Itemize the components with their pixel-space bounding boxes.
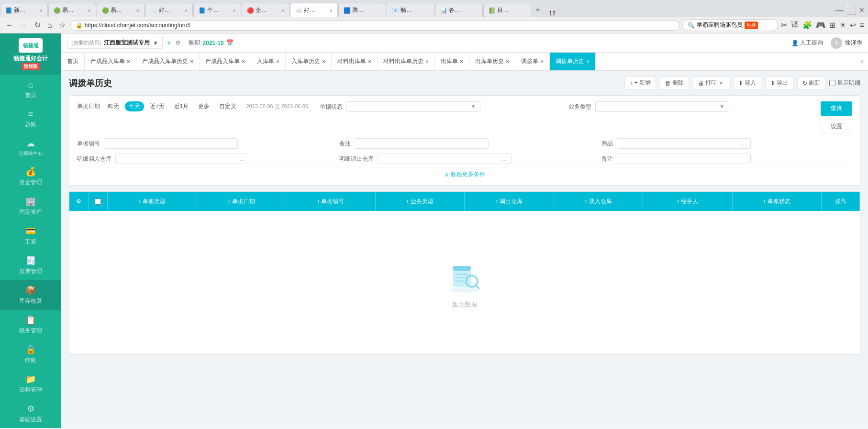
print-btn[interactable]: 🖨 打印 ▼ — [693, 77, 729, 89]
new-btn[interactable]: + + 新增 — [624, 77, 656, 89]
browser-tab-2[interactable]: 🟢 易… × — [48, 3, 96, 17]
page-tab-out-hist[interactable]: 出库单历史 × — [469, 53, 515, 71]
col-in-warehouse[interactable]: ↕ 调入仓库 — [554, 192, 644, 211]
collapse-more-btn[interactable]: ∧ 收起更多条件 — [77, 167, 852, 179]
tab-close-icon[interactable]: × — [276, 58, 279, 65]
query-button[interactable]: 查询 — [821, 101, 852, 116]
refresh-btn[interactable]: ↻ 刷新 — [797, 77, 825, 89]
tab-close-icon[interactable]: × — [242, 58, 245, 65]
forward-button[interactable]: → — [18, 20, 30, 31]
browser-tab-4[interactable]: ☁️ 好… × — [145, 3, 193, 17]
new-tab-button[interactable]: + — [532, 5, 545, 15]
date-opt-1month[interactable]: 近1月 — [170, 101, 193, 111]
status-select[interactable]: ▼ — [346, 101, 480, 112]
grid-icon[interactable]: ⊞ — [829, 21, 835, 30]
sidebar-item-archive[interactable]: 📁 归档管理 — [0, 369, 61, 399]
tab-close-icon[interactable]: × — [127, 58, 130, 65]
col-doc-date[interactable]: ↕ 单据日期 — [197, 192, 287, 211]
company-settings-icon[interactable]: ⚙ — [175, 39, 181, 46]
tab-close-btn[interactable]: × — [40, 8, 43, 13]
date-opt-yesterday[interactable]: 昨天 — [104, 101, 123, 111]
page-tab-product-in2[interactable]: 产成品入库单 × — [200, 53, 251, 71]
date-opt-custom[interactable]: 自定义 — [215, 101, 240, 111]
extension-icon[interactable]: 🧩 — [802, 21, 812, 30]
import-btn[interactable]: ⬆ 导入 — [733, 77, 761, 89]
sidebar-item-assets[interactable]: 🏢 固定资产 — [0, 191, 61, 221]
page-tab-material-out-hist[interactable]: 材料出库单历史 × — [378, 53, 435, 71]
doc-number-input[interactable] — [104, 138, 238, 149]
undo-icon[interactable]: ↩ — [850, 21, 856, 30]
display-toggle-checkbox[interactable] — [829, 80, 835, 86]
page-tab-transfer[interactable]: 调拨单 × — [515, 53, 550, 71]
sidebar-item-ledger[interactable]: ≡ 总账 — [0, 104, 61, 133]
browser-tab-1[interactable]: 📘 新… × — [0, 3, 48, 17]
date-opt-today[interactable]: 今天 — [125, 101, 144, 111]
tab-close-btn[interactable]: × — [233, 8, 236, 13]
tab-close-icon[interactable]: × — [368, 58, 371, 65]
page-tab-in-hist[interactable]: 入库单历史 × — [286, 53, 332, 71]
browser-tab-3[interactable]: 🟢 易… × — [97, 3, 145, 17]
sidebar-item-inventory[interactable]: 📦 库存核算 — [0, 280, 61, 310]
page-tab-in[interactable]: 入库单 × — [251, 53, 286, 71]
brightness-icon[interactable]: ☀ — [839, 21, 846, 30]
tab-close-icon[interactable]: × — [425, 58, 429, 65]
browser-tab-11[interactable]: 📗 目… — [483, 3, 531, 17]
col-doc-type[interactable]: ↕ 单账类型 — [108, 192, 197, 211]
tab-close-btn[interactable]: × — [330, 8, 333, 13]
browser-search-box[interactable]: 🔍 学霸应聘场驱鸟员 热搜 — [682, 19, 778, 31]
translate-icon[interactable]: 译 — [791, 20, 799, 30]
col-doc-number[interactable]: ↕ 单据编号 — [286, 192, 376, 211]
tab-close-icon[interactable]: × — [540, 58, 544, 65]
menu-icon[interactable]: ≡ — [860, 21, 864, 30]
export-btn[interactable]: ⬇ 导出 — [765, 77, 793, 89]
add-company-btn[interactable]: + — [167, 39, 171, 47]
biz-type-select[interactable]: ▼ — [595, 101, 729, 112]
refresh-button[interactable]: ↻ — [33, 20, 43, 31]
company-selector[interactable]: (勿删勿禁用) 江西服宝测试专用 ▼ — [67, 37, 163, 49]
window-controls[interactable]: — ⬜ × — [831, 5, 868, 15]
goods-select[interactable]: … — [617, 138, 751, 149]
col-handler[interactable]: ↕ 经手人 — [643, 192, 733, 211]
tab-close-icon[interactable]: × — [506, 58, 509, 65]
sidebar-item-finance[interactable]: 💰 资金管理 — [0, 162, 61, 191]
customer-service-btn[interactable]: 👤 人工咨询 — [791, 39, 823, 47]
tab-close-btn[interactable]: × — [281, 8, 284, 13]
page-tab-product-in[interactable]: 产成品入库单 × — [85, 53, 136, 71]
date-opt-more[interactable]: 更多 — [194, 101, 213, 111]
note-input[interactable] — [355, 138, 489, 149]
page-tab-home[interactable]: 首页 — [61, 53, 85, 71]
user-profile[interactable]: 头 徐泽华 — [831, 37, 862, 49]
sidebar-item-settings[interactable]: ⚙ 基础设置 — [0, 399, 61, 428]
tabs-expand-icon[interactable]: × — [860, 57, 864, 66]
date-opt-7days[interactable]: 近7天 — [146, 101, 168, 111]
browser-tab-5[interactable]: 📘 个… × — [193, 3, 241, 17]
address-bar[interactable]: 🔒 https://cloud.chanjet.com/accounting/u… — [70, 20, 679, 31]
tab-close-icon[interactable]: × — [586, 58, 590, 65]
select-all-checkbox[interactable] — [95, 198, 101, 205]
tab-close-icon[interactable]: × — [322, 58, 325, 65]
tab-close-btn[interactable]: × — [136, 8, 139, 13]
col-biz-type[interactable]: ↕ 业务类型 — [376, 192, 465, 211]
page-tab-transfer-hist[interactable]: 调拨单历史 × — [550, 53, 596, 71]
col-status[interactable]: ↕ 单账状态 — [733, 192, 822, 211]
home-button[interactable]: ⌂ — [45, 20, 54, 31]
calendar-icon[interactable]: 📅 — [226, 39, 234, 46]
page-tab-product-in-hist[interactable]: 产成品入库单历史 × — [136, 53, 200, 71]
game-icon[interactable]: 🎮 — [816, 21, 825, 30]
sidebar-item-invoice[interactable]: 🧾 发票管理 — [0, 251, 61, 280]
browser-tab-10[interactable]: 📊 各… — [435, 3, 483, 17]
delete-btn[interactable]: 🗑 删除 — [660, 77, 689, 89]
page-tab-out[interactable]: 出库单 × — [435, 53, 469, 71]
sidebar-item-reports[interactable]: ☁ 云报表中心 — [0, 133, 61, 162]
sidebar-item-closing[interactable]: 🔒 结账 — [0, 340, 61, 369]
browser-tab-7[interactable]: ☁️ 好… × — [290, 3, 338, 17]
sidebar-item-payroll[interactable]: 💳 工资 — [0, 221, 61, 251]
sidebar-item-home[interactable]: ⌂ 首页 — [0, 75, 61, 104]
tab-close-icon[interactable]: × — [460, 58, 463, 65]
tab-close-btn[interactable]: × — [185, 8, 188, 13]
bookmark-button[interactable]: ☆ — [57, 20, 67, 31]
display-toggle[interactable]: 显示明细 — [829, 79, 860, 87]
table-settings-icon[interactable]: ⚙ — [69, 192, 89, 211]
page-tab-material-out[interactable]: 材料出库单 × — [332, 53, 378, 71]
note2-input[interactable] — [617, 154, 751, 164]
